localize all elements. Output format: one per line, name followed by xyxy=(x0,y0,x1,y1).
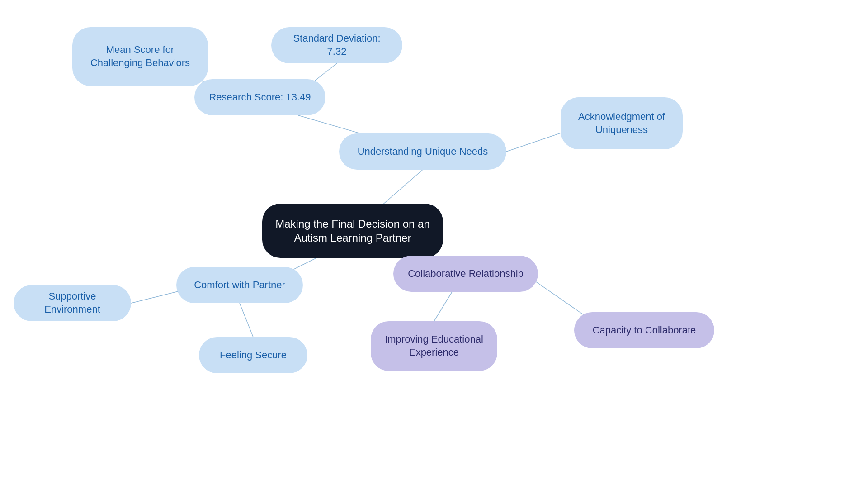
central-node: Making the Final Decision on an Autism L… xyxy=(262,204,443,258)
mind-map-container: Mean Score for Challenging Behaviors Sta… xyxy=(0,0,868,490)
understanding-node: Understanding Unique Needs xyxy=(339,133,506,170)
improving-node: Improving Educational Experience xyxy=(371,321,497,371)
feeling-secure-node: Feeling Secure xyxy=(199,337,307,373)
capacity-node: Capacity to Collaborate xyxy=(574,312,714,348)
mean-score-node: Mean Score for Challenging Behaviors xyxy=(72,27,208,86)
acknowledgment-node: Acknowledgment of Uniqueness xyxy=(561,97,683,149)
research-score-node: Research Score: 13.49 xyxy=(194,79,326,115)
comfort-node: Comfort with Partner xyxy=(176,267,303,303)
svg-line-9 xyxy=(434,292,452,321)
collaborative-node: Collaborative Relationship xyxy=(393,256,538,292)
supportive-node: Supportive Environment xyxy=(14,285,131,321)
svg-line-7 xyxy=(240,303,253,337)
std-dev-node: Standard Deviation: 7.32 xyxy=(271,27,402,63)
